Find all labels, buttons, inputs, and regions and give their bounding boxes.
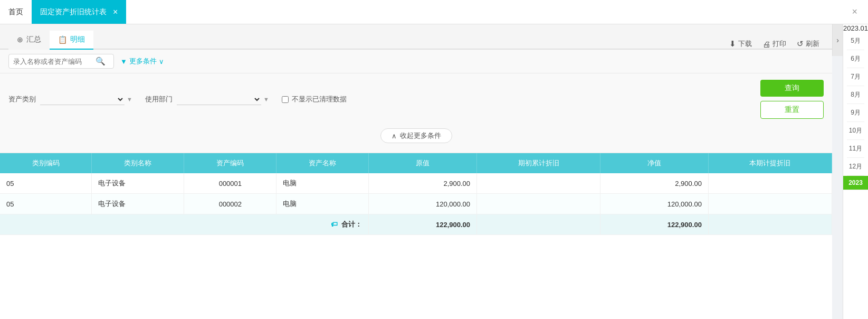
year-badge[interactable]: 2023 [843,176,868,190]
col-asset-code: 资产编码 [184,153,276,173]
cell-net-value: 2,900.00 [600,173,709,194]
cell-current-depreciation [708,173,832,194]
department-arrow: ▼ [263,96,269,102]
table-header-row: 类别编码 类别名称 资产编码 资产名称 原值 期初累计折旧 净值 本期计提折旧 [0,153,832,173]
advanced-filter: 资产类别 ▼ 使用部门 ▼ 不显示已清理数据 [0,73,832,153]
collapse-button[interactable]: ∧ 收起更多条件 [380,128,452,143]
total-icon: 🏷 [331,220,338,228]
total-label: 合计： [341,220,362,228]
no-cleared-field: 不显示已清理数据 [282,95,347,104]
cell-category-name: 电子设备 [92,173,184,194]
summary-icon: ⊕ [17,35,23,44]
tab-row: ⊕ 汇总 📋 明细 ⬇ 下载 🖨 打印 ↺ 刷新 [0,24,832,50]
nav-home[interactable]: 首页 [8,7,32,17]
no-cleared-checkbox[interactable] [282,96,289,103]
filter-row: 🔍 ▼ 更多条件 ∨ [0,50,832,73]
month-item[interactable]: 8月 [847,86,864,104]
adv-filter-row: 资产类别 ▼ 使用部门 ▼ 不显示已清理数据 [8,80,824,119]
col-accumulated-depreciation: 期初累计折旧 [477,153,600,173]
no-cleared-label: 不显示已清理数据 [292,95,347,104]
collapse-label: 收起更多条件 [400,131,441,140]
search-input[interactable] [13,58,92,65]
total-net-value: 122,900.00 [600,214,709,235]
tab-summary[interactable]: ⊕ 汇总 [8,31,50,50]
month-sidebar: 2023.01 5月6月7月8月9月10月11月12月 2023 [843,24,868,319]
collapse-right-panel-button[interactable]: › [832,24,843,56]
cell-accumulated-depreciation [477,194,600,214]
filter-icon: ▼ [120,58,127,65]
tab-close-button[interactable]: × [113,7,118,17]
col-original-value: 原值 [369,153,477,173]
cell-accumulated-depreciation [477,173,600,194]
month-item[interactable]: 12月 [847,158,864,176]
cell-category-code: 05 [0,173,92,194]
asset-category-label: 资产类别 [8,95,36,104]
col-category-code: 类别编码 [0,153,92,173]
col-asset-name: 资产名称 [276,153,369,173]
window-close-button[interactable]: × [852,6,868,17]
cell-asset-name: 电脑 [276,173,369,194]
asset-category-select[interactable] [40,93,125,105]
filter-buttons: 查询 重置 [760,80,824,119]
cell-category-code: 05 [0,194,92,214]
refresh-button[interactable]: ↺ 刷新 [797,39,819,49]
refresh-icon: ↺ [797,39,804,49]
active-tab[interactable]: 固定资产折旧统计表 × [32,0,126,24]
asset-category-field: 资产类别 ▼ [8,93,132,105]
main-content: ⊕ 汇总 📋 明细 ⬇ 下载 🖨 打印 ↺ 刷新 [0,24,868,319]
detail-icon: 📋 [58,35,67,44]
col-net-value: 净值 [600,153,709,173]
col-category-name: 类别名称 [92,153,184,173]
month-item[interactable]: 7月 [847,68,864,86]
cell-original-value: 120,000.00 [369,194,477,214]
print-icon: 🖨 [762,40,770,49]
cell-current-depreciation [708,194,832,214]
print-button[interactable]: 🖨 打印 [762,39,786,49]
active-tab-label: 固定资产折旧统计表 [40,7,107,17]
reset-button[interactable]: 重置 [760,101,824,119]
chevron-right-icon: › [836,36,839,44]
download-label: 下载 [738,39,752,49]
total-accumulated-depreciation [477,214,600,235]
total-original-value: 122,900.00 [369,214,477,235]
asset-category-arrow: ▼ [127,96,132,102]
cell-asset-name: 电脑 [276,194,369,214]
department-select[interactable] [177,93,261,105]
refresh-label: 刷新 [806,39,819,49]
month-item[interactable]: 10月 [847,122,864,140]
tab-summary-label: 汇总 [26,35,41,44]
chevron-down-icon: ∨ [159,58,164,65]
more-filter-button[interactable]: ▼ 更多条件 ∨ [120,57,164,66]
top-nav: 首页 固定资产折旧统计表 × × [0,0,868,24]
total-current-depreciation [708,214,832,235]
query-button[interactable]: 查询 [760,80,824,97]
collapse-bar: ∧ 收起更多条件 [8,125,824,146]
cell-asset-code: 000001 [184,173,276,194]
left-panel: ⊕ 汇总 📋 明细 ⬇ 下载 🖨 打印 ↺ 刷新 [0,24,832,319]
month-item[interactable]: 9月 [847,104,864,122]
col-current-depreciation: 本期计提折旧 [708,153,832,173]
department-field: 使用部门 ▼ [145,93,269,105]
search-wrap: 🔍 [8,54,114,69]
table-wrap: 类别编码 类别名称 资产编码 资产名称 原值 期初累计折旧 净值 本期计提折旧 … [0,153,832,319]
month-item[interactable]: 11月 [847,140,864,158]
collapse-up-icon: ∧ [392,132,397,140]
department-label: 使用部门 [145,95,173,104]
total-label-cell: 🏷 合计： [0,214,369,235]
print-label: 打印 [772,39,786,49]
table-row: 05 电子设备 000002 电脑 120,000.00 120,000.00 [0,194,832,214]
cell-original-value: 2,900.00 [369,173,477,194]
total-row: 🏷 合计： 122,900.00 122,900.00 [0,214,832,235]
tab-detail-label: 明细 [70,35,85,44]
download-icon: ⬇ [729,39,736,49]
cell-net-value: 120,000.00 [600,194,709,214]
month-item[interactable]: 5月 [847,32,864,50]
cell-category-name: 电子设备 [92,194,184,214]
download-button[interactable]: ⬇ 下载 [729,39,752,49]
tab-detail[interactable]: 📋 明细 [50,31,93,50]
search-icon[interactable]: 🔍 [96,57,106,66]
month-item[interactable]: 6月 [847,50,864,68]
more-filter-label: 更多条件 [129,57,157,66]
cell-asset-code: 000002 [184,194,276,214]
date-display: 2023.01 [843,24,868,32]
